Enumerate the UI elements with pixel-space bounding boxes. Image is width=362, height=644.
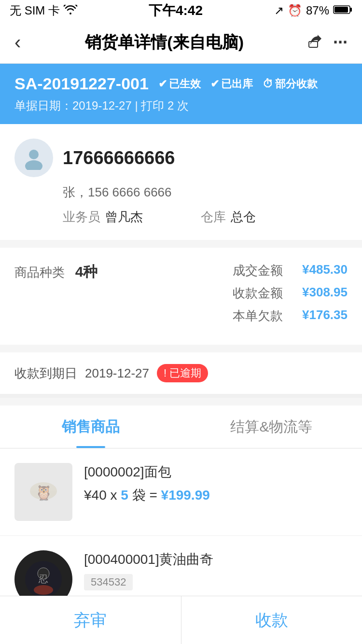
- warning-icon: !: [164, 367, 167, 379]
- product-name: [0000002]面包: [84, 463, 348, 481]
- location-icon: ↗: [274, 4, 284, 17]
- due-section: 收款到期日 2019-12-27 ! 已逾期: [0, 352, 362, 398]
- debt-label: 本单欠款: [233, 308, 283, 324]
- battery-text: 87%: [306, 4, 329, 17]
- wifi-icon: [64, 4, 77, 17]
- product-thumbnail: 🦉: [14, 463, 72, 521]
- collected-label: 收款金额: [233, 285, 283, 302]
- tab-products[interactable]: 销售商品: [0, 406, 181, 448]
- warehouse-value: 总仓: [231, 209, 256, 225]
- stats-section: 商品种类 4种 成交金额 ¥485.30 收款金额 ¥308.95 本单欠款 ¥…: [0, 248, 362, 345]
- product-kinds-label: 商品种类: [14, 265, 65, 280]
- overdue-text: 已逾期: [169, 366, 201, 380]
- overdue-badge: ! 已逾期: [157, 364, 208, 382]
- list-item: 🦉 [0000002]面包 ¥40 x 5 袋 = ¥199.99: [0, 448, 362, 536]
- badge-shipped: ✔ 已出库: [210, 77, 253, 91]
- battery-icon: [333, 4, 352, 17]
- badge-partial: ⏱ 部分收款: [263, 77, 318, 91]
- status-bar: 无 SIM 卡 下午4:42 ↗ ⏰ 87%: [0, 0, 362, 21]
- svg-text:🦉: 🦉: [35, 484, 53, 502]
- status-left: 无 SIM 卡: [10, 3, 77, 18]
- customer-phone: 17666666666: [63, 148, 175, 168]
- customer-meta: 业务员 曾凡杰 仓库 总仓: [14, 209, 348, 225]
- warehouse-label: 仓库: [201, 209, 226, 225]
- tab-settlement-label: 结算&物流等: [230, 417, 312, 437]
- back-button[interactable]: ‹: [14, 31, 21, 53]
- svg-rect-3: [309, 42, 318, 47]
- trade-amount-value: ¥485.30: [302, 262, 348, 279]
- nav-actions: ···: [308, 32, 348, 53]
- product-kinds-value: 4种: [75, 264, 98, 280]
- bottom-bar: 弃审 收款: [0, 596, 362, 644]
- alarm-icon: ⏰: [288, 4, 302, 17]
- trade-amount-label: 成交金额: [233, 262, 283, 279]
- collect-label: 收款: [255, 609, 288, 631]
- tab-bar: 销售商品 结算&物流等: [0, 406, 362, 448]
- avatar: [14, 139, 53, 177]
- product-price-line: ¥40 x 5 袋 = ¥199.99: [84, 486, 348, 504]
- cancel-audit-label: 弃审: [74, 609, 107, 631]
- due-date-label: 收款到期日: [14, 365, 77, 382]
- due-date-value: 2019-12-27: [85, 366, 149, 381]
- collected-value: ¥308.95: [302, 285, 348, 302]
- page-title: 销货单详情(来自电脑): [85, 31, 244, 54]
- check-icon-2: ✔: [210, 78, 219, 90]
- cancel-audit-button[interactable]: 弃审: [0, 596, 181, 644]
- product-sku: 534532: [84, 574, 133, 590]
- product-qty: 5: [121, 488, 128, 503]
- customer-section: 17666666666 张，156 6666 6666 业务员 曾凡杰 仓库 总…: [0, 124, 362, 240]
- check-icon-1: ✔: [158, 78, 167, 90]
- collect-button[interactable]: 收款: [181, 596, 362, 644]
- tab-products-label: 销售商品: [62, 417, 120, 437]
- carrier-text: 无 SIM 卡: [10, 3, 60, 18]
- order-header: SA-20191227-001 ✔ 已生效 ✔ 已出库 ⏱ 部分收款 单据日期：…: [0, 64, 362, 124]
- clock-icon: ⏱: [263, 78, 273, 90]
- share-icon[interactable]: [308, 33, 323, 52]
- svg-point-10: [34, 585, 53, 595]
- debt-value: ¥176.35: [302, 308, 348, 324]
- sales-label: 业务员: [63, 209, 100, 225]
- svg-text:忍: 忍: [38, 574, 48, 584]
- sales-person: 曾凡杰: [105, 209, 143, 225]
- status-time: 下午4:42: [149, 1, 203, 20]
- svg-rect-1: [350, 8, 352, 12]
- nav-bar: ‹ 销货单详情(来自电脑) ···: [0, 21, 362, 64]
- svg-rect-2: [334, 7, 348, 13]
- stats-right: 成交金额 ¥485.30 收款金额 ¥308.95 本单欠款 ¥176.35: [233, 262, 348, 330]
- more-icon[interactable]: ···: [333, 32, 348, 53]
- order-date: 单据日期：2019-12-27 | 打印 2 次: [14, 98, 348, 113]
- product-name-2: [000400001]黄油曲奇: [84, 550, 348, 569]
- status-right: ↗ ⏰ 87%: [274, 4, 352, 17]
- svg-point-4: [29, 150, 39, 159]
- product-total: ¥199.99: [161, 488, 210, 503]
- product-info: [0000002]面包 ¥40 x 5 袋 = ¥199.99: [84, 463, 348, 504]
- badge-effective: ✔ 已生效: [158, 77, 201, 91]
- tab-settlement[interactable]: 结算&物流等: [181, 406, 362, 448]
- svg-point-5: [25, 160, 42, 170]
- order-id-text: SA-20191227-001: [14, 74, 149, 93]
- customer-contact: 张，156 6666 6666: [14, 184, 348, 201]
